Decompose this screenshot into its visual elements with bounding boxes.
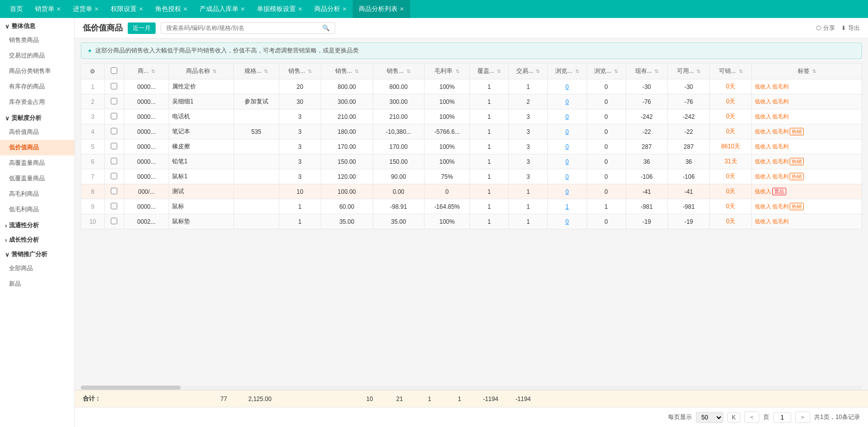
browse-link[interactable]: 0 [566,128,569,135]
checkbox-cell[interactable] [104,94,124,109]
nav-permissions[interactable]: 权限设置 ✕ [105,0,149,18]
page-number-input[interactable] [773,413,791,423]
browse-link[interactable]: 0 [566,143,569,150]
checkbox-cell[interactable] [104,184,124,199]
checkbox-cell[interactable] [104,214,124,229]
nav-product-warehouse[interactable]: 产成品入库单 ✕ [194,0,251,18]
browse1-cell[interactable]: 1 [548,199,587,214]
name-cell[interactable]: 测试 [169,184,234,199]
checkbox-cell[interactable] [104,139,124,154]
checkbox-cell[interactable] [104,154,124,169]
checkbox-cell[interactable] [104,124,124,139]
sidebar-group-contribution[interactable]: ∨ 贡献度分析 [0,110,74,124]
sidebar-group-overall[interactable]: ∨ 整体信息 [0,18,74,32]
settings-icon[interactable]: ⚙ [90,68,95,75]
close-icon[interactable]: ✕ [139,6,143,12]
sidebar-item-all-products[interactable]: 全部商品 [0,261,74,276]
browse1-cell[interactable]: 0 [548,184,587,199]
row-checkbox[interactable] [111,188,117,194]
gross-margin-column-header[interactable]: 毛利率 ⇅ [425,63,470,79]
browse-link[interactable]: 1 [566,203,569,210]
sidebar-item-category-rate[interactable]: 商品分类销售率 [0,63,74,79]
name-cell[interactable]: 电话机 [169,109,234,124]
checkbox-cell[interactable] [104,199,124,214]
close-icon[interactable]: ✕ [298,6,302,12]
saleable-days-column-header[interactable]: 可销... ⇅ [710,63,752,79]
browse-link[interactable]: 0 [566,98,569,105]
nav-purchase-order[interactable]: 进货单 ✕ [67,0,105,18]
name-cell[interactable]: 鼠标垫 [169,214,234,229]
current-stock-column-header[interactable]: 现有... ⇅ [626,63,667,79]
select-all-checkbox[interactable] [111,67,117,74]
sidebar-item-high-value[interactable]: 高价值商品 [0,124,74,140]
browse1-cell[interactable]: 0 [548,214,587,229]
browse1-cell[interactable]: 0 [548,94,587,109]
browse-link[interactable]: 0 [566,158,569,165]
browse1-cell[interactable]: 0 [548,154,587,169]
browse1-cell[interactable]: 0 [548,109,587,124]
row-checkbox[interactable] [111,218,117,224]
sidebar-item-new-products[interactable]: 新品 [0,276,74,292]
browse-link[interactable]: 0 [566,113,569,120]
filter-button[interactable]: 近一月 [128,22,156,34]
sidebar-item-low-value[interactable]: 低价值商品 [0,140,74,155]
nav-product-analysis[interactable]: 商品分析 ✕ [308,0,353,18]
browse1-column-header[interactable]: 浏览... ⇅ [548,63,587,79]
search-icon[interactable]: 🔍 [322,24,330,31]
name-cell[interactable]: 橡皮擦 [169,139,234,154]
checkbox-cell[interactable] [104,169,124,184]
horizontal-scrollbar[interactable] [81,386,862,390]
row-checkbox[interactable] [111,203,117,209]
transaction-column-header[interactable]: 交易... ⇅ [509,63,548,79]
sales-qty-column-header[interactable]: 销售... ⇅ [279,63,321,79]
browse2-column-header[interactable]: 浏览... ⇅ [587,63,626,79]
name-cell[interactable]: 属性定价 [169,79,234,94]
nav-home[interactable]: 首页 [4,0,29,18]
export-button[interactable]: ⬇ 导出 [841,24,860,32]
next-page-button[interactable]: ＞ [795,412,810,423]
browse1-cell[interactable]: 0 [548,139,587,154]
sales-amt-column-header[interactable]: 销售... ⇅ [321,63,373,79]
name-column-header[interactable]: 商品名称 ⇅ [169,63,234,79]
sidebar-item-inventory-capital[interactable]: 库存资金占用 [0,94,74,110]
tags-column-header[interactable]: 标签 ⇅ [752,63,862,79]
spec-column-header[interactable]: 规格... ⇅ [233,63,279,79]
name-cell[interactable]: 吴细细1 [169,94,234,109]
sidebar-item-low-coverage[interactable]: 低覆盖量商品 [0,171,74,186]
row-checkbox[interactable] [111,113,117,119]
row-checkbox[interactable] [111,83,117,89]
sidebar-item-traded-products[interactable]: 交易过的商品 [0,48,74,63]
per-page-select[interactable]: 50 100 200 [696,412,723,423]
name-cell[interactable]: 鼠标 [169,199,234,214]
row-checkbox[interactable] [111,158,117,164]
nav-role-auth[interactable]: 角色授权 ✕ [149,0,194,18]
nav-template-settings[interactable]: 单据模板设置 ✕ [251,0,308,18]
sidebar-item-high-coverage[interactable]: 高覆盖量商品 [0,155,74,171]
row-checkbox[interactable] [111,98,117,104]
settings-column-header[interactable]: ⚙ [81,63,105,79]
code-column-header[interactable]: 商... ⇅ [124,63,169,79]
browse1-cell[interactable]: 0 [548,124,587,139]
name-cell[interactable]: 铅笔1 [169,154,234,169]
sidebar-item-high-margin[interactable]: 高毛利商品 [0,186,74,202]
browse-link[interactable]: 0 [566,218,569,225]
sidebar-item-sales-products[interactable]: 销售类商品 [0,32,74,48]
available-stock-column-header[interactable]: 可用... ⇅ [667,63,709,79]
prev-page-button[interactable]: ＜ [744,412,759,423]
checkbox-cell[interactable] [104,79,124,94]
sales-profit-column-header[interactable]: 销售... ⇅ [373,63,425,79]
sidebar-item-in-stock-products[interactable]: 有库存的商品 [0,79,74,94]
close-icon[interactable]: ✕ [183,6,188,12]
sidebar-group-marketing[interactable]: ∨ 营销推广分析 [0,246,74,261]
search-input[interactable] [166,24,319,31]
row-checkbox[interactable] [111,128,117,134]
close-icon[interactable]: ✕ [400,6,404,12]
row-checkbox[interactable] [111,143,117,149]
nav-sales-order[interactable]: 销货单 ✕ [29,0,67,18]
coverage-column-header[interactable]: 覆盖... ⇅ [469,63,508,79]
checkbox-cell[interactable] [104,109,124,124]
share-button[interactable]: ⬡ 分享 [816,24,835,32]
row-checkbox[interactable] [111,173,117,179]
close-icon[interactable]: ✕ [56,6,61,12]
scrollbar-thumb[interactable] [81,386,181,390]
